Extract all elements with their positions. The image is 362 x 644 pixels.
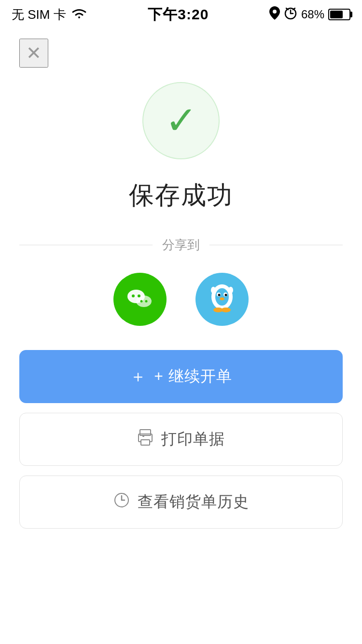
- svg-point-8: [132, 294, 135, 297]
- qq-icon: [208, 282, 237, 316]
- qq-share-button[interactable]: [195, 273, 249, 326]
- main-content: ✕ ✓ 保存成功 分享到: [0, 29, 362, 644]
- wechat-share-button[interactable]: [113, 273, 167, 326]
- svg-rect-23: [140, 430, 151, 435]
- close-icon: ✕: [26, 44, 42, 62]
- location-icon: [269, 6, 280, 23]
- alarm-icon: [284, 6, 297, 23]
- svg-point-16: [218, 294, 221, 296]
- plus-icon: ＋: [130, 365, 146, 388]
- close-button[interactable]: ✕: [19, 39, 48, 68]
- share-icons: [19, 273, 343, 326]
- share-label: 分享到: [162, 237, 200, 253]
- svg-point-13: [215, 288, 229, 306]
- print-icon: [137, 429, 153, 449]
- history-label: 查看销货单历史: [138, 491, 249, 513]
- success-title: 保存成功: [129, 179, 233, 212]
- continue-button[interactable]: ＋ + 继续开单: [19, 350, 343, 403]
- print-label: 打印单据: [161, 429, 225, 450]
- svg-point-17: [225, 294, 227, 296]
- wifi-icon: [71, 7, 87, 23]
- status-time: 下午3:20: [148, 5, 209, 25]
- continue-label: + 继续开单: [154, 366, 232, 387]
- share-divider: 分享到: [19, 237, 343, 253]
- print-button[interactable]: 打印单据: [19, 413, 343, 466]
- svg-point-18: [220, 297, 224, 300]
- battery-icon: [328, 9, 350, 20]
- svg-point-19: [211, 287, 216, 294]
- history-button[interactable]: 查看销货单历史: [19, 476, 343, 529]
- svg-point-20: [228, 287, 233, 294]
- status-bar: 无 SIM 卡 下午3:20 68%: [0, 0, 362, 29]
- wechat-icon: [125, 286, 155, 313]
- checkmark-icon: ✓: [165, 101, 197, 140]
- svg-rect-26: [142, 436, 144, 437]
- status-right: 68%: [269, 6, 350, 23]
- battery-percent: 68%: [301, 8, 324, 21]
- status-left: 无 SIM 卡: [12, 6, 87, 23]
- svg-point-11: [145, 300, 148, 303]
- share-section: 分享到: [19, 237, 343, 326]
- svg-point-9: [138, 294, 140, 297]
- actions: ＋ + 继续开单 打印单据: [19, 350, 343, 529]
- sim-text: 无 SIM 卡: [12, 6, 66, 23]
- svg-point-22: [221, 308, 231, 312]
- svg-rect-25: [141, 440, 150, 445]
- svg-point-10: [140, 300, 143, 303]
- history-icon: [113, 492, 130, 512]
- svg-point-0: [273, 10, 277, 14]
- success-circle: ✓: [142, 82, 220, 159]
